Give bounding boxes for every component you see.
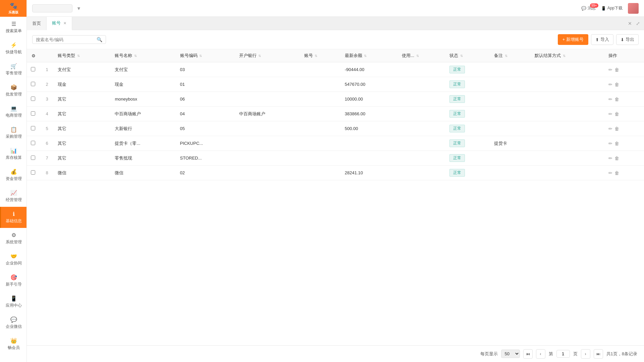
row-checkbox[interactable] — [31, 170, 35, 175]
delete-button[interactable]: 🗑 — [614, 82, 619, 87]
col-header-bank[interactable]: 开户银行 ⇅ — [235, 49, 300, 62]
status-badge: 正常 — [449, 169, 465, 177]
page-size-select[interactable]: 50 100 200 — [501, 350, 520, 358]
first-page-button[interactable]: ⏮ — [523, 349, 533, 359]
delete-button[interactable]: 🗑 — [614, 141, 619, 146]
col-header-default_settlement[interactable]: 默认结算方式 ⇅ — [531, 49, 604, 62]
sidebar-item-enterprise-wechat[interactable]: 💬企业微信 — [0, 312, 26, 334]
delete-button[interactable]: 🗑 — [614, 156, 619, 161]
tab-close-account[interactable]: ✕ — [63, 21, 66, 25]
dropdown-icon[interactable]: ▼ — [76, 6, 81, 11]
search-input[interactable] — [36, 37, 97, 42]
action-cell: ✏🗑 — [604, 92, 644, 107]
account-num-cell — [300, 121, 341, 136]
sidebar-item-basic-info[interactable]: ℹ基础信息 — [0, 207, 26, 228]
sidebar-item-search-menu[interactable]: ☰搜索菜单 — [0, 17, 26, 38]
delete-button[interactable]: 🗑 — [614, 126, 619, 131]
edit-button[interactable]: ✏ — [608, 82, 612, 87]
col-header-notes[interactable]: 备注 ⇅ — [490, 49, 531, 62]
last-page-button[interactable]: ⏭ — [594, 349, 603, 359]
delete-button[interactable]: 🗑 — [614, 97, 619, 102]
row-checkbox[interactable] — [31, 82, 35, 86]
row-checkbox[interactable] — [31, 156, 35, 160]
notes-cell — [490, 107, 531, 121]
sidebar-item-system-mgmt[interactable]: ⚙系统管理 — [0, 228, 26, 249]
sidebar-item-new-guide[interactable]: 🎯新手引导 — [0, 270, 26, 291]
edit-button[interactable]: ✏ — [608, 111, 612, 117]
top-search-input[interactable] — [32, 4, 72, 12]
status-cell: 正常 — [445, 62, 490, 77]
col-header-account_type[interactable]: 账号类型 ⇅ — [54, 49, 111, 62]
row-checkbox[interactable] — [31, 126, 35, 130]
delete-button[interactable]: 🗑 — [614, 170, 619, 176]
import-button[interactable]: ⬆ 导入 — [591, 34, 613, 45]
col-header-usage[interactable]: 使用... ⇅ — [398, 49, 445, 62]
top-header: ▼ 💬 消息 99+ 📱 App下载 — [27, 0, 644, 17]
sidebar-item-wholesale-mgmt[interactable]: 📦批发管理 — [0, 80, 26, 101]
row-checkbox[interactable] — [31, 97, 35, 101]
next-page-button[interactable]: › — [581, 349, 590, 359]
account-num-cell — [300, 107, 341, 121]
sidebar-item-quick-nav[interactable]: ⚡快捷导航 — [0, 38, 26, 59]
sidebar-item-purchase-mgmt[interactable]: 📋采购管理 — [0, 122, 26, 143]
col-header-status[interactable]: 状态 ⇅ — [445, 49, 490, 62]
sidebar-item-retail-mgmt[interactable]: 🛒零售管理 — [0, 59, 26, 80]
avatar[interactable] — [628, 3, 639, 14]
account-type-cell: 现金 — [54, 77, 111, 92]
delete-button[interactable]: 🗑 — [614, 67, 619, 72]
sidebar-item-vip-member[interactable]: 👑畅会员 — [0, 334, 26, 355]
row-checkbox[interactable] — [31, 67, 35, 71]
sidebar-item-finance-mgmt[interactable]: 💰资金管理 — [0, 165, 26, 186]
col-header-account_name[interactable]: 账号名称 ⇅ — [111, 49, 176, 62]
message-button[interactable]: 💬 消息 99+ — [581, 5, 596, 11]
menu-icon-system-mgmt: ⚙ — [2, 232, 25, 238]
bank-cell — [235, 77, 300, 92]
col-header-account_code[interactable]: 账号编码 ⇅ — [176, 49, 235, 62]
sidebar-item-enterprise-agreement[interactable]: 🤝企业协同 — [0, 249, 26, 270]
edit-button[interactable]: ✏ — [608, 170, 612, 176]
col-header-latest_balance[interactable]: 最新余额 ⇅ — [341, 49, 398, 62]
export-button[interactable]: ⬇ 导出 — [616, 34, 639, 45]
row-checkbox[interactable] — [31, 141, 35, 145]
sort-icon-usage: ⇅ — [416, 54, 419, 58]
sidebar-item-ecommerce-mgmt[interactable]: 💻电商管理 — [0, 101, 26, 122]
settings-cell — [27, 77, 40, 92]
prev-page-button[interactable]: ‹ — [536, 349, 545, 359]
table-wrap: ⚙账号类型 ⇅账号名称 ⇅账号编码 ⇅开户银行 ⇅账号 ⇅最新余额 ⇅使用...… — [27, 49, 644, 345]
search-icon[interactable]: 🔍 — [97, 37, 102, 42]
notes-cell — [490, 92, 531, 107]
page-suffix: 页 — [573, 351, 578, 357]
num-cell: 7 — [40, 151, 54, 166]
status-cell: 正常 — [445, 107, 490, 121]
account-name-cell: 微信 — [111, 166, 176, 180]
num-cell: 6 — [40, 136, 54, 151]
menu-label-wholesale-mgmt: 批发管理 — [2, 92, 25, 97]
usage-cell — [398, 136, 445, 151]
sidebar-item-inventory-calc[interactable]: 📊库存核算 — [0, 143, 26, 165]
sidebar-item-app-center[interactable]: 📱应用中心 — [0, 291, 26, 312]
tab-bar: 首页账号✕ ✕ ⤢ — [27, 17, 644, 30]
settings-icon[interactable]: ⚙ — [32, 53, 36, 58]
edit-button[interactable]: ✏ — [608, 67, 612, 72]
close-tab-icon[interactable]: ✕ — [627, 19, 633, 27]
app-download-button[interactable]: 📱 App下载 — [601, 5, 623, 11]
table-row: 1支付宝支付宝03-90444.00正常✏🗑 — [27, 62, 644, 77]
tab-home[interactable]: 首页 — [27, 17, 47, 30]
edit-button[interactable]: ✏ — [608, 97, 612, 102]
edit-button[interactable]: ✏ — [608, 156, 612, 161]
action-cell: ✏🗑 — [604, 136, 644, 151]
action-cell: ✏🗑 — [604, 151, 644, 166]
sort-icon-account_code: ⇅ — [199, 54, 202, 58]
menu-icon-app-center: 📱 — [2, 295, 25, 302]
row-checkbox[interactable] — [31, 111, 35, 116]
delete-button[interactable]: 🗑 — [614, 111, 619, 117]
page-input[interactable] — [556, 350, 570, 358]
edit-button[interactable]: ✏ — [608, 141, 612, 146]
add-account-button[interactable]: + 新增账号 — [558, 34, 588, 45]
col-header-account_num[interactable]: 账号 ⇅ — [300, 49, 341, 62]
table-row: 3其它moneybosx0610000.00正常✏🗑 — [27, 92, 644, 107]
edit-button[interactable]: ✏ — [608, 126, 612, 131]
tab-account[interactable]: 账号✕ — [47, 17, 72, 30]
maximize-tab-icon[interactable]: ⤢ — [635, 19, 641, 27]
sidebar-item-operations-mgmt[interactable]: 📈经营管理 — [0, 186, 26, 207]
